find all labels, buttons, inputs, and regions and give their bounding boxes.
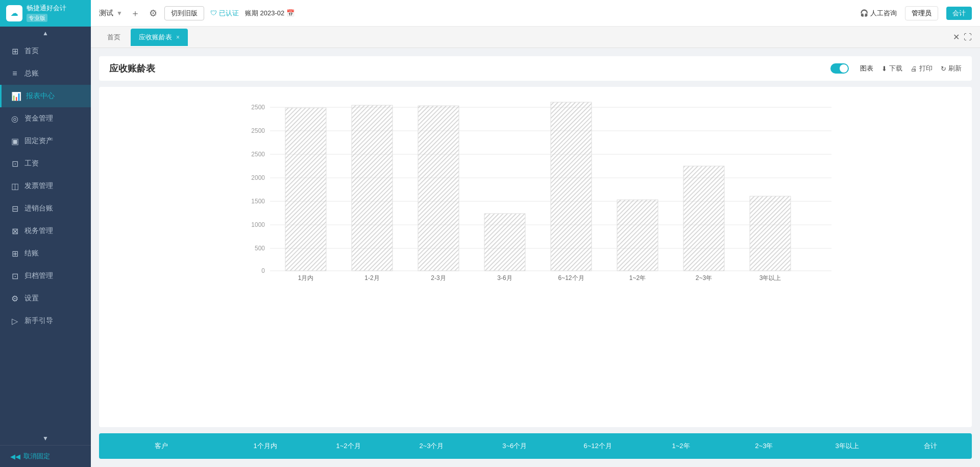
sidebar-item-ledger[interactable]: ≡ 总账 (0, 62, 91, 85)
sidebar-label-payroll: 工资 (24, 159, 39, 168)
chart-toggle[interactable] (830, 63, 849, 74)
topbar-right: 🎧 人工咨询 管理员 会计 (860, 6, 972, 20)
role-button[interactable]: 会计 (946, 7, 972, 20)
close-window-icon[interactable]: ✕ (953, 32, 960, 42)
logo-icon: ☁ (6, 5, 22, 21)
period-label: 账期 (245, 9, 258, 17)
settings-gear-button[interactable]: ⚙ (147, 6, 159, 21)
logo-text: 畅捷通好会计 专业版 (27, 4, 66, 22)
pin-action[interactable]: ◀◀ 取消固定 (0, 445, 91, 467)
tab-receivable-aging[interactable]: 应收账龄表 × (131, 29, 188, 46)
sidebar-item-settings[interactable]: ⚙ 设置 (0, 287, 91, 310)
sidebar-item-payroll[interactable]: ⊡ 工资 (0, 152, 91, 175)
closing-icon: ⊞ (10, 249, 19, 258)
calendar-icon[interactable]: 📅 (286, 9, 295, 17)
old-version-button[interactable]: 切到旧版 (164, 6, 204, 20)
svg-text:6~12个月: 6~12个月 (558, 274, 584, 282)
consult-text: 人工咨询 (870, 9, 897, 18)
app-edition: 专业版 (27, 14, 47, 22)
svg-text:2~3年: 2~3年 (696, 274, 712, 282)
print-button[interactable]: 🖨 打印 (911, 64, 933, 73)
tab-close-icon[interactable]: × (176, 34, 180, 41)
sidebar-label-purchase: 进销台账 (24, 204, 53, 213)
th-month-1: 1个月内 (224, 433, 307, 459)
print-label: 打印 (919, 64, 933, 73)
svg-text:2500: 2500 (251, 127, 265, 134)
svg-text:1000: 1000 (251, 221, 265, 228)
th-year-1-2: 1~2年 (640, 433, 723, 459)
refresh-button[interactable]: ↻ 刷新 (941, 64, 962, 73)
th-month-1-2: 1~2个月 (307, 433, 390, 459)
sidebar: ☁ 畅捷通好会计 专业版 ▲ ⊞ 首页 ≡ 总账 📊 报表中心 ◎ 资金管理 ▣… (0, 0, 91, 467)
bar-8 (750, 196, 791, 271)
th-month-2-3: 2~3个月 (390, 433, 473, 459)
sidebar-label-closing: 结账 (24, 249, 39, 258)
sidebar-item-reports[interactable]: 📊 报表中心 (0, 85, 91, 107)
th-month-3-6: 3~6个月 (473, 433, 556, 459)
sidebar-label-assets: 固定资产 (24, 136, 53, 146)
app-name: 畅捷通好会计 (27, 4, 66, 13)
bar-7 (683, 166, 724, 271)
user-button[interactable]: 管理员 (905, 6, 938, 20)
sidebar-label-invoice: 发票管理 (24, 181, 53, 191)
workspace-selector[interactable]: 测试 ▼ (99, 9, 122, 18)
sidebar-label-reports: 报表中心 (26, 91, 55, 101)
consult-button[interactable]: 🎧 人工咨询 (860, 9, 897, 18)
scroll-down-arrow[interactable]: ▼ (42, 434, 48, 443)
shield-icon: 🛡 (210, 9, 217, 17)
tab-active-label: 应收账龄表 (139, 33, 172, 42)
tab-home[interactable]: 首页 (99, 29, 129, 46)
th-year-3plus: 3年以上 (805, 433, 889, 459)
topbar: 测试 ▼ ＋ ⚙ 切到旧版 🛡 已认证 账期 2023-02 📅 🎧 人工咨询 … (91, 0, 980, 27)
sidebar-label-settings: 设置 (24, 294, 39, 303)
refresh-icon: ↻ (941, 65, 946, 73)
sidebar-item-home[interactable]: ⊞ 首页 (0, 40, 91, 62)
sidebar-label-guide: 新手引导 (24, 316, 53, 325)
tax-icon: ⊠ (10, 226, 19, 236)
refresh-label: 刷新 (948, 64, 962, 73)
chart-area: 2500 2500 2500 2000 1500 1000 500 0 (109, 97, 962, 291)
download-icon: ⬇ (881, 65, 887, 73)
sidebar-item-invoice[interactable]: ◫ 发票管理 (0, 175, 91, 197)
svg-text:2-3月: 2-3月 (431, 274, 446, 282)
sidebar-item-funds[interactable]: ◎ 资金管理 (0, 107, 91, 130)
sidebar-item-guide[interactable]: ▷ 新手引导 (0, 310, 91, 332)
logo-area: ☁ 畅捷通好会计 专业版 (0, 0, 91, 27)
main-area: 测试 ▼ ＋ ⚙ 切到旧版 🛡 已认证 账期 2023-02 📅 🎧 人工咨询 … (91, 0, 980, 467)
sidebar-label-tax: 税务管理 (24, 226, 53, 236)
assets-icon: ▣ (10, 136, 19, 146)
download-label: 下载 (889, 64, 902, 73)
settings-icon: ⚙ (10, 294, 19, 303)
svg-text:1月内: 1月内 (298, 274, 314, 282)
ledger-icon: ≡ (10, 69, 19, 78)
add-button[interactable]: ＋ (129, 5, 142, 21)
sidebar-nav: ⊞ 首页 ≡ 总账 📊 报表中心 ◎ 资金管理 ▣ 固定资产 ⊡ 工资 ◫ 发票… (0, 40, 91, 432)
topbar-actions: ＋ ⚙ 切到旧版 (129, 5, 204, 21)
sidebar-item-archive[interactable]: ⊡ 归档管理 (0, 265, 91, 287)
sidebar-label-home: 首页 (24, 46, 39, 56)
sidebar-item-closing[interactable]: ⊞ 结账 (0, 242, 91, 265)
sidebar-item-tax[interactable]: ⊠ 税务管理 (0, 220, 91, 242)
chart-container: 2500 2500 2500 2000 1500 1000 500 0 (99, 87, 972, 427)
sidebar-item-assets[interactable]: ▣ 固定资产 (0, 130, 91, 152)
svg-text:3年以上: 3年以上 (760, 274, 781, 282)
bar-5 (551, 102, 592, 271)
period-value: 2023-02 (260, 9, 285, 17)
tab-bar-controls: ✕ ⛶ (953, 32, 972, 42)
guide-icon: ▷ (10, 316, 19, 325)
scroll-down-indicator: ▼ (0, 432, 91, 445)
svg-text:500: 500 (255, 245, 265, 252)
tabbar: 首页 应收账龄表 × ✕ ⛶ (91, 27, 980, 48)
payroll-icon: ⊡ (10, 159, 19, 168)
table-container: 客户 1个月内 1~2个月 2~3个月 3~6个月 6~12个月 1~2年 2~… (99, 433, 972, 459)
th-year-2-3: 2~3年 (722, 433, 805, 459)
bar-4 (484, 214, 525, 271)
sidebar-item-purchase[interactable]: ⊟ 进销台账 (0, 197, 91, 220)
svg-text:2500: 2500 (251, 151, 265, 158)
certified-badge: 🛡 已认证 (210, 9, 239, 18)
fullscreen-icon[interactable]: ⛶ (964, 33, 972, 42)
download-button[interactable]: ⬇ 下载 (881, 64, 902, 73)
scroll-up-arrow[interactable]: ▲ (42, 29, 48, 38)
headset-icon: 🎧 (860, 9, 868, 17)
page-actions: 图表 ⬇ 下载 🖨 打印 ↻ 刷新 (830, 63, 962, 74)
